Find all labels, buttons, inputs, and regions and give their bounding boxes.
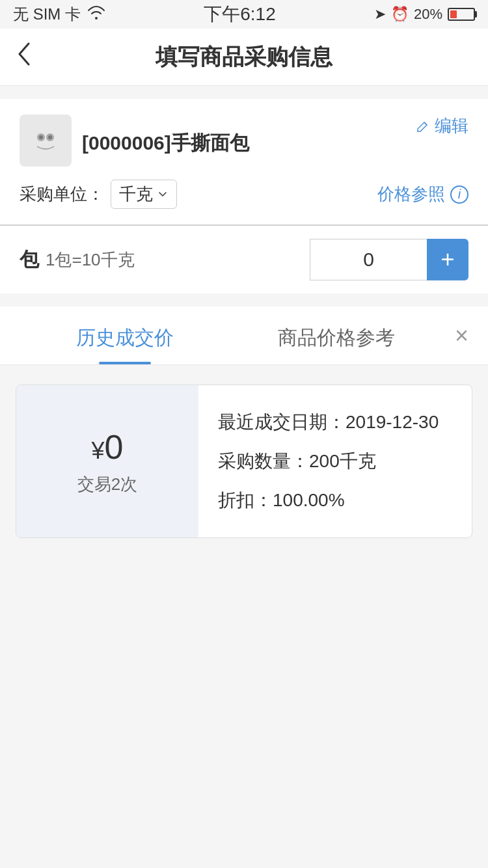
recent-date-label: 最近成交日期：	[218, 412, 346, 432]
edit-label: 编辑	[435, 115, 468, 137]
purchase-unit: 采购单位： 千克	[20, 180, 177, 209]
alarm-icon: ⏰	[391, 6, 409, 23]
qty-unit-desc: 1包=10千克	[46, 249, 135, 271]
tab-product-price[interactable]: 商品价格参考	[230, 306, 441, 364]
price-ref-icon: i	[450, 185, 468, 204]
plus-icon: +	[441, 246, 454, 273]
history-details: 最近成交日期：2019-12-30 采购数量：200千克 折扣：100.00%	[198, 385, 472, 537]
history-price-display: ¥0	[92, 427, 124, 467]
history-price-left: ¥0 交易2次	[16, 385, 198, 537]
status-left: 无 SIM 卡	[13, 4, 105, 25]
product-full-name: [0000006]手撕面包	[82, 130, 249, 157]
recent-date-row: 最近成交日期：2019-12-30	[218, 409, 452, 436]
quantity-input[interactable]: 0	[310, 239, 427, 280]
unit-select-dropdown[interactable]: 千克	[111, 180, 177, 209]
purchase-unit-label: 采购单位：	[20, 183, 104, 206]
tab-active-indicator	[99, 362, 151, 364]
product-left: [0000006]手撕面包	[20, 115, 249, 167]
location-icon: ➤	[374, 6, 386, 23]
history-price-card: ¥0 交易2次 最近成交日期：2019-12-30 采购数量：200千克 折扣：…	[16, 385, 472, 538]
svg-point-2	[39, 135, 43, 139]
tab-product-label: 商品价格参考	[278, 327, 395, 348]
quantity-label: 包 1包=10千克	[20, 247, 135, 273]
tab-history-price[interactable]: 历史成交价	[20, 306, 230, 364]
trade-count: 交易2次	[77, 473, 137, 496]
page-title: 填写商品采购信息	[156, 42, 332, 72]
main-content: [0000006]手撕面包 编辑 采购单位： 千克	[0, 99, 488, 868]
back-button[interactable]	[16, 41, 31, 73]
quantity-controls: 0 +	[310, 239, 468, 280]
product-meta: 采购单位： 千克 价格参照 i	[20, 180, 468, 209]
time-display: 下午6:12	[204, 2, 276, 27]
nav-bar: 填写商品采购信息	[0, 29, 488, 86]
price-ref-button[interactable]: 价格参照 i	[377, 183, 468, 206]
status-right: ➤ ⏰ 20%	[374, 6, 475, 23]
discount-row: 折扣：100.00%	[218, 487, 452, 514]
currency-symbol: ¥	[92, 437, 105, 464]
battery-indicator	[448, 8, 475, 21]
recent-date-value: 2019-12-30	[346, 412, 439, 432]
purchase-qty-row: 采购数量：200千克	[218, 448, 452, 475]
svg-point-3	[48, 135, 52, 139]
quantity-plus-button[interactable]: +	[427, 239, 468, 280]
tab-close-button[interactable]: ×	[442, 316, 468, 356]
close-icon: ×	[455, 322, 468, 349]
quantity-row: 包 1包=10千克 0 +	[0, 226, 488, 293]
edit-button[interactable]: 编辑	[415, 115, 468, 137]
purchase-qty-label: 采购数量：	[218, 451, 309, 471]
product-logo	[20, 115, 72, 167]
product-header: [0000006]手撕面包 编辑	[20, 115, 468, 167]
product-card: [0000006]手撕面包 编辑 采购单位： 千克	[0, 99, 488, 224]
discount-value: 100.00%	[273, 490, 345, 510]
wifi-icon	[87, 5, 105, 23]
qty-unit-label: 包	[20, 247, 39, 273]
price-amount: 0	[105, 428, 124, 466]
unit-value: 千克	[119, 183, 153, 206]
status-bar: 无 SIM 卡 下午6:12 ➤ ⏰ 20%	[0, 0, 488, 29]
battery-percent: 20%	[414, 6, 442, 23]
tabs-container: 历史成交价 商品价格参考 ×	[0, 306, 488, 365]
quantity-value: 0	[363, 249, 374, 271]
tab-history-label: 历史成交价	[76, 327, 174, 348]
price-ref-label: 价格参照	[377, 183, 445, 206]
purchase-qty-value: 200千克	[309, 451, 376, 471]
discount-label: 折扣：	[218, 490, 273, 510]
carrier-text: 无 SIM 卡	[13, 4, 81, 25]
